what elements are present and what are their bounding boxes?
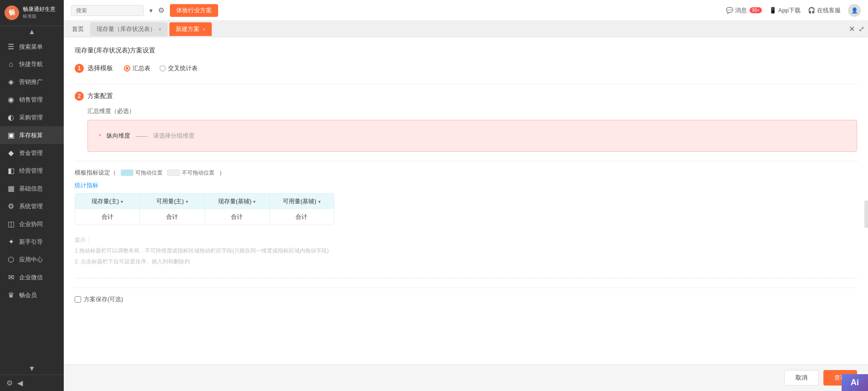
sidebar-item-label: 新手引导 bbox=[19, 238, 43, 246]
tab-inventory[interactable]: 现存量（库存状况表） × bbox=[90, 22, 168, 36]
sidebar-item-label: 销售管理 bbox=[19, 96, 43, 104]
sidebar-menu: ☰ 搜索菜单 ⌂ 快捷导航 ◈ 营销推广 ◉ 销售管理 ◐ 采购管理 ▣ 库存核… bbox=[0, 38, 64, 363]
message-icon: 💬 bbox=[726, 7, 733, 14]
tab-home-label: 首页 bbox=[72, 25, 84, 33]
online-service-label: 在线客服 bbox=[817, 6, 841, 15]
save-option: 方案保存(可选) bbox=[75, 288, 857, 304]
tab-new-scheme-close[interactable]: × bbox=[202, 26, 205, 32]
sidebar-item-sales[interactable]: ◉ 销售管理 bbox=[0, 91, 64, 108]
sidebar-item-basic-info[interactable]: ▦ 基础信息 bbox=[0, 180, 64, 197]
quick-nav-icon: ⌂ bbox=[6, 60, 15, 68]
sidebar-item-guide[interactable]: ✦ 新手引导 bbox=[0, 233, 64, 251]
draggable-legend-box bbox=[121, 170, 133, 176]
sidebar-item-marketing[interactable]: ◈ 营销推广 bbox=[0, 73, 64, 91]
tab-new-scheme[interactable]: 新建方案 × bbox=[169, 22, 211, 36]
basic-info-icon: ▦ bbox=[6, 184, 15, 193]
collapse-button[interactable]: ◀ bbox=[17, 379, 23, 387]
sidebar-footer: ⚙ ◀ bbox=[0, 375, 64, 391]
sidebar-item-label: 搜索菜单 bbox=[19, 43, 43, 51]
purchase-icon: ◐ bbox=[6, 113, 15, 122]
tab-inventory-close[interactable]: × bbox=[158, 26, 161, 32]
stats-col-2-label: 可用量(主) bbox=[156, 197, 184, 206]
sidebar-scroll-down[interactable]: ▼ bbox=[0, 363, 64, 375]
dropdown-button[interactable]: ▾ bbox=[149, 7, 153, 14]
divider-2 bbox=[75, 161, 857, 161]
cancel-button[interactable]: 取消 bbox=[784, 370, 819, 386]
page-title: 现存量(库存状况表)方案设置 bbox=[75, 46, 857, 55]
legend-draggable-label: 可拖动位置 bbox=[135, 169, 163, 177]
sidebar-item-quick-nav[interactable]: ⌂ 快捷导航 bbox=[0, 56, 64, 73]
sidebar-item-member[interactable]: ♛ 畅会员 bbox=[0, 286, 64, 304]
dimension-placeholder: 请选择分组维度 bbox=[153, 132, 194, 140]
stats-col-4-dropdown[interactable]: ▾ bbox=[318, 199, 321, 204]
settings-button[interactable]: ⚙ bbox=[6, 379, 13, 387]
sidebar-item-management[interactable]: ◧ 经营管理 bbox=[0, 162, 64, 180]
dimension-required-mark: * bbox=[99, 133, 101, 139]
enterprise-icon: ◫ bbox=[6, 220, 15, 228]
radio-summary-circle bbox=[124, 65, 130, 72]
app-name: 畅康通好生意 bbox=[23, 6, 56, 13]
radio-summary-label: 汇总表 bbox=[133, 64, 150, 72]
user-avatar[interactable]: 👤 bbox=[848, 4, 861, 17]
wechat-icon: ✉ bbox=[6, 273, 15, 282]
divider-3 bbox=[75, 278, 857, 278]
system-icon: ⚙ bbox=[6, 202, 15, 211]
app-center-icon: ⬡ bbox=[6, 255, 15, 264]
stats-cell-3: 合计 bbox=[205, 209, 270, 225]
sidebar-item-app-center[interactable]: ⬡ 应用中心 bbox=[0, 251, 64, 268]
legend-non-draggable-label: 不可拖动位置 bbox=[182, 169, 214, 177]
main-area: ▾ ⚙ 体验行业方案 💬 消息 99+ 📱 App下载 🎧 在线客服 👤 首页 bbox=[64, 0, 868, 391]
guide-icon: ✦ bbox=[6, 237, 15, 246]
tips-item-1: 1.拖动标题栏可以调整布局，不可跨维度或指标区域拖动栏目字段(只能在同一维度或指… bbox=[75, 247, 329, 254]
ai-float-button[interactable]: Ai bbox=[842, 374, 868, 391]
section1-title: 选择模板 bbox=[87, 64, 113, 72]
app-download-item[interactable]: 📱 App下载 bbox=[769, 6, 801, 15]
sidebar-item-finance[interactable]: ◆ 资金管理 bbox=[0, 144, 64, 162]
section-scheme-config: 2 方案配置 汇总维度（必选） * 纵向维度 —— 请选择分组维度 bbox=[75, 92, 857, 267]
content-inner: 现存量(库存状况表)方案设置 1 选择模板 汇总表 bbox=[64, 37, 868, 364]
window-close-button[interactable]: ✕ bbox=[849, 25, 855, 33]
stats-col-3-dropdown[interactable]: ▾ bbox=[253, 199, 255, 204]
sidebar-item-label: 采购管理 bbox=[19, 113, 43, 122]
stats-col-1-dropdown[interactable]: ▾ bbox=[121, 199, 123, 204]
sidebar-item-enterprise[interactable]: ◫ 企业协同 bbox=[0, 215, 64, 233]
dimension-area[interactable]: * 纵向维度 —— 请选择分组维度 bbox=[87, 120, 857, 152]
online-service-item[interactable]: 🎧 在线客服 bbox=[808, 6, 841, 15]
stats-label: 统计指标 bbox=[75, 181, 857, 190]
indicator-label-text: 模板指标设定（ bbox=[75, 169, 116, 177]
save-checkbox[interactable] bbox=[75, 296, 81, 303]
tab-home[interactable]: 首页 bbox=[67, 22, 88, 36]
search-menu-icon: ☰ bbox=[6, 42, 15, 51]
messages-item[interactable]: 💬 消息 99+ bbox=[726, 6, 762, 15]
section-choose-template: 1 选择模板 汇总表 交叉统计表 bbox=[75, 64, 857, 73]
section2-header: 2 方案配置 bbox=[75, 92, 857, 101]
side-collapse-handle[interactable] bbox=[864, 201, 868, 228]
search-input[interactable] bbox=[71, 5, 144, 16]
sidebar-scroll-up[interactable]: ▲ bbox=[0, 26, 64, 38]
sidebar-item-label: 企业微信 bbox=[19, 273, 43, 282]
dimension-label: 汇总维度（必选） bbox=[87, 107, 857, 115]
radio-summary-table[interactable]: 汇总表 bbox=[124, 64, 150, 72]
sidebar-item-wechat[interactable]: ✉ 企业微信 bbox=[0, 268, 64, 286]
stats-col-2-dropdown[interactable]: ▾ bbox=[186, 199, 188, 204]
sidebar-item-inventory[interactable]: ▣ 库存核算 bbox=[0, 126, 64, 144]
tab-new-scheme-label: 新建方案 bbox=[176, 25, 199, 33]
gear-button[interactable]: ⚙ bbox=[158, 6, 164, 15]
sidebar-item-search-menu[interactable]: ☰ 搜索菜单 bbox=[0, 38, 64, 56]
sidebar-item-purchase[interactable]: ◐ 采购管理 bbox=[0, 108, 64, 126]
stats-col-3-label: 现存量(基辅) bbox=[218, 197, 252, 206]
sidebar: 畅 畅康通好生意 标准版 ▲ ☰ 搜索菜单 ⌂ 快捷导航 ◈ 营销推广 ◉ 销售… bbox=[0, 0, 64, 391]
sidebar-item-label: 资金管理 bbox=[19, 149, 43, 157]
app-download-label: App下载 bbox=[778, 6, 801, 15]
stats-col-3: 现存量(基辅) ▾ bbox=[205, 194, 270, 209]
section1-header: 1 选择模板 汇总表 交叉统计表 bbox=[75, 64, 857, 73]
sidebar-item-system[interactable]: ⚙ 系统管理 bbox=[0, 197, 64, 215]
sidebar-item-label: 企业协同 bbox=[19, 220, 43, 228]
sidebar-item-label: 营销推广 bbox=[19, 78, 43, 86]
messages-label: 消息 bbox=[735, 6, 747, 15]
management-icon: ◧ bbox=[6, 166, 15, 175]
window-expand-button[interactable]: ⤢ bbox=[858, 25, 864, 33]
radio-cross-table[interactable]: 交叉统计表 bbox=[159, 64, 198, 72]
trial-button[interactable]: 体验行业方案 bbox=[170, 4, 218, 17]
section2-title: 方案配置 bbox=[87, 92, 113, 100]
